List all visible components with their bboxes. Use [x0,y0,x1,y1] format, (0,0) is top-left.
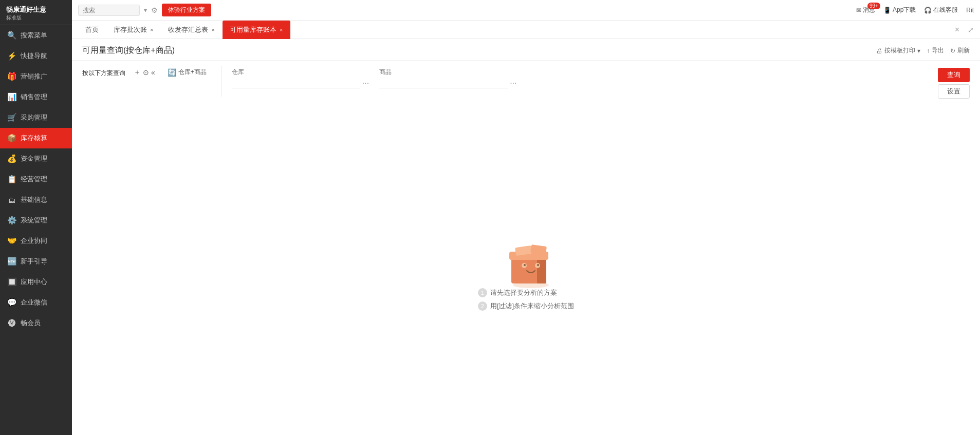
filter-input-wrapper-goods: ··· [379,78,516,88]
sidebar-item-enterprise[interactable]: 🤝企业协同 [0,231,72,251]
sidebar-item-label: 营销推广 [21,72,47,81]
sidebar-item-label: 企业协同 [21,236,47,245]
online-service-label: 在线客服 [933,6,958,14]
tab-panel-close-btn[interactable]: × [955,25,959,34]
basic-icon: 🗂 [7,196,16,204]
scheme-icon: 🔄 [168,68,176,77]
sidebar-item-label: 资金管理 [21,154,47,163]
sidebar-item-label: 库存核算 [21,134,47,143]
settings-button[interactable]: 设置 [938,84,970,99]
sidebar-scroll: 🔍搜索菜单⚡快捷导航🎁营销推广📊销售管理🛒采购管理📦库存核算💰资金管理📋经营管理… [0,25,72,435]
tab-home[interactable]: 首页 [78,21,106,39]
tab-available-qty[interactable]: 可用量库存账本× [223,21,290,39]
sidebar-item-sales[interactable]: 📊销售管理 [0,87,72,107]
collapse-filter-btn[interactable]: « [151,68,155,77]
refresh-btn[interactable]: ↻ 刷新 [950,46,970,55]
empty-state: 1 请先选择要分析的方案 2 用[过滤]条件来缩小分析范围 [478,229,574,311]
filter-input-goods[interactable] [379,78,508,88]
sidebar-item-system[interactable]: ⚙️系统管理 [0,210,72,231]
sidebar: 畅康通好生意 标准版 🔍搜索菜单⚡快捷导航🎁营销推广📊销售管理🛒采购管理📦库存核… [0,0,72,435]
tab-close-icon[interactable]: × [211,27,214,33]
filter-label: 按以下方案查询 [82,66,125,78]
sidebar-item-marketing[interactable]: 🎁营销推广 [0,66,72,87]
sidebar-item-label: 企业微信 [21,298,47,307]
sidebar-item-search[interactable]: 🔍搜索菜单 [0,25,72,46]
search-input[interactable] [78,5,140,16]
empty-tip-2: 2 用[过滤]条件来缩小分析范围 [478,301,574,311]
filter-field-label-goods: 商品 [379,68,516,77]
tab-close-icon[interactable]: × [280,27,283,33]
scheme-item[interactable]: 🔄 仓库+商品 [163,66,211,79]
operations-icon: 📋 [7,175,16,184]
sidebar-item-label: 搜索菜单 [21,31,47,40]
print-btn[interactable]: 🖨 按模板打印 ▾ [876,46,920,55]
tab-panel-expand-btn[interactable]: ⤢ [968,26,974,34]
topbar: ▾ ⚙ 体验行业方案 ✉ 99+ 消息 📱 App下载 🎧 在线客服 Rit [72,0,980,21]
filter-more-warehouse-icon[interactable]: ··· [362,79,369,88]
sidebar-item-member[interactable]: 🅥畅会员 [0,313,72,333]
member-icon: 🅥 [7,319,16,328]
export-btn[interactable]: ↑ 导出 [927,46,944,55]
newguide-icon: 🆕 [7,257,16,266]
tab-label: 首页 [85,25,99,34]
page-actions: 🖨 按模板打印 ▾ ↑ 导出 ↻ 刷新 [876,46,970,55]
chevron-down-icon[interactable]: ▾ [917,47,920,54]
tab-label: 收发存汇总表 [168,25,208,34]
query-button[interactable]: 查询 [938,68,970,82]
chevron-down-icon[interactable]: ▾ [144,7,147,14]
tip-num-1: 1 [478,288,487,297]
topbar-right: ✉ 99+ 消息 📱 App下载 🎧 在线客服 Rit [856,6,974,14]
filter-input-warehouse[interactable] [232,78,360,88]
sidebar-item-label: 新手引导 [21,257,47,266]
system-icon: ⚙️ [7,216,16,225]
scheme-list: 🔄 仓库+商品 [163,66,211,79]
sidebar-item-purchase[interactable]: 🛒采购管理 [0,107,72,128]
online-service-btn[interactable]: 🎧 在线客服 [924,6,958,14]
finance-icon: 💰 [7,154,16,163]
purchase-icon: 🛒 [7,113,16,122]
sales-icon: 📊 [7,92,16,102]
sidebar-item-wechat[interactable]: 💬企业微信 [0,292,72,313]
filter-field-label-warehouse: 仓库 [232,68,369,77]
filter-field-goods: 商品 ··· [379,68,516,88]
tab-batch-account[interactable]: 库存批次账× [106,21,161,39]
tab-close-icon[interactable]: × [150,27,153,33]
empty-svg-illustration [500,229,562,290]
sidebar-item-operations[interactable]: 📋经营管理 [0,169,72,190]
sidebar-item-appcenter[interactable]: 🔲应用中心 [0,272,72,292]
tab-collect-summary[interactable]: 收发存汇总表× [161,21,222,39]
sidebar-item-basic[interactable]: 🗂基础信息 [0,190,72,210]
marketing-icon: 🎁 [7,72,16,81]
svg-point-9 [537,264,539,266]
filter-more-goods-icon[interactable]: ··· [510,79,516,88]
filter-label-text: 按以下方案查询 [82,69,125,78]
filter-fields: 仓库 ··· 商品 ··· [232,66,930,88]
tip-text-2: 用[过滤]条件来缩小分析范围 [490,301,574,311]
app-download-btn[interactable]: 📱 App下载 [883,6,916,14]
enterprise-icon: 🤝 [7,236,16,245]
sidebar-item-inventory[interactable]: 📦库存核算 [0,128,72,148]
refresh-icon: ↻ [950,47,955,54]
print-icon: 🖨 [876,47,882,54]
gear-icon[interactable]: ⚙ [151,6,158,14]
scheme-label: 仓库+商品 [178,68,207,77]
sidebar-item-finance[interactable]: 💰资金管理 [0,148,72,169]
sidebar-item-label: 应用中心 [21,277,47,287]
sidebar-item-newguide[interactable]: 🆕新手引导 [0,251,72,272]
industry-btn[interactable]: 体验行业方案 [162,4,211,16]
search-icon: 🔍 [7,31,16,40]
sidebar-item-label: 销售管理 [21,92,47,102]
svg-rect-2 [537,257,546,283]
sidebar-item-label: 系统管理 [21,216,47,225]
sidebar-item-shortcut[interactable]: ⚡快捷导航 [0,46,72,66]
user-name[interactable]: Rit [966,7,974,14]
page-header: 可用量查询(按仓库+商品) 🖨 按模板打印 ▾ ↑ 导出 ↻ 刷新 [72,39,980,61]
add-scheme-btn[interactable]: ＋ [134,68,141,77]
message-btn[interactable]: ✉ 99+ 消息 [856,6,875,14]
filter-field-warehouse: 仓库 ··· [232,68,369,88]
manage-scheme-btn[interactable]: ⊙ [143,68,149,77]
filter-input-wrapper-warehouse: ··· [232,78,369,88]
sidebar-item-label: 快捷导航 [21,51,47,61]
sidebar-item-label: 采购管理 [21,113,47,122]
tab-label: 可用量库存账本 [230,25,276,34]
